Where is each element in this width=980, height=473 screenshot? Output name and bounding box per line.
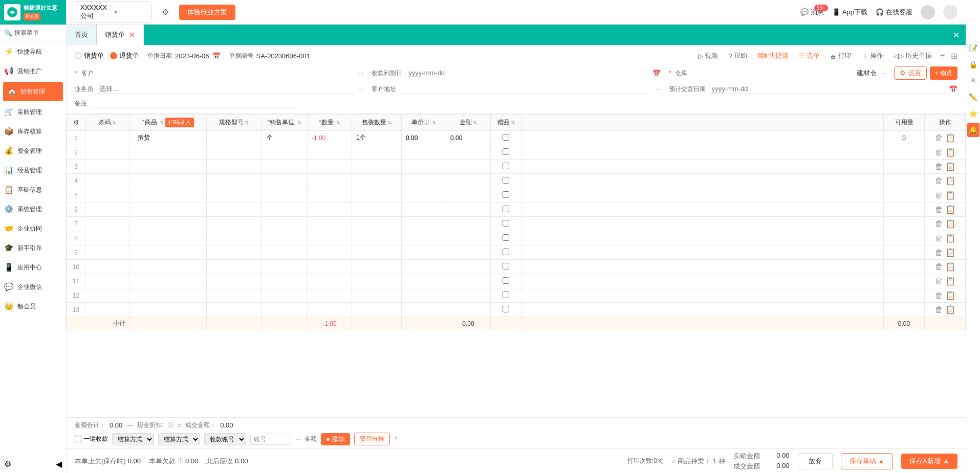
row-amount-4[interactable]	[446, 174, 491, 188]
row-unit-10[interactable]	[262, 260, 308, 274]
row-spec-2[interactable]	[207, 145, 262, 160]
salesperson-input[interactable]	[97, 84, 354, 94]
copy-row-icon[interactable]: 📋	[945, 262, 955, 272]
close-window-icon[interactable]: ✕	[953, 30, 966, 40]
row-qty-8[interactable]	[308, 231, 352, 245]
row-price-13[interactable]	[402, 303, 446, 317]
delete-row-icon[interactable]: 🗑	[935, 276, 943, 286]
radio-sales-order[interactable]: 销货单	[75, 51, 104, 60]
row-unit-4[interactable]	[262, 174, 308, 188]
sidebar-item-marketing[interactable]: 📢 营销推广	[0, 61, 66, 81]
row-amount-10[interactable]	[446, 260, 491, 274]
row-barcode-2[interactable]	[85, 145, 130, 160]
delete-row-icon[interactable]: 🗑	[935, 190, 943, 200]
row-qty-2[interactable]	[308, 145, 352, 160]
row-amount-2[interactable]	[446, 145, 491, 160]
copy-row-icon[interactable]: 📋	[945, 147, 955, 157]
row-qty-5[interactable]	[308, 188, 352, 202]
row-barcode-12[interactable]	[85, 288, 130, 303]
row-product-3[interactable]	[130, 160, 207, 174]
operation-tool[interactable]: ⋮ 操作	[860, 50, 885, 61]
message-button[interactable]: 💬 消息 99+	[800, 8, 824, 17]
print-tool[interactable]: 🖨 打印	[828, 50, 854, 61]
payment-due-input[interactable]	[406, 68, 648, 78]
right-btn-note[interactable]: 📝	[967, 41, 979, 55]
row-unit-8[interactable]	[262, 231, 308, 245]
row-barcode-13[interactable]	[85, 303, 130, 317]
row-pkg-qty-5[interactable]	[352, 188, 402, 202]
sidebar-item-purchase[interactable]: 🛒 采购管理	[0, 102, 66, 122]
row-pkg-qty-4[interactable]	[352, 174, 402, 188]
sidebar-item-inventory[interactable]: 📦 库存核算	[0, 122, 66, 141]
delete-row-icon[interactable]: 🗑	[935, 133, 943, 143]
row-qty-6[interactable]	[308, 202, 352, 217]
row-qty-4[interactable]	[308, 174, 352, 188]
row-gift-7[interactable]	[491, 217, 521, 231]
address-ellipsis[interactable]: ···	[656, 85, 661, 93]
row-amount-11[interactable]	[446, 274, 491, 288]
row-pkg-qty-2[interactable]	[352, 145, 402, 160]
right-btn-edit[interactable]: ✏️	[967, 90, 979, 104]
right-btn-star[interactable]: ⭐	[967, 106, 979, 121]
copy-row-icon[interactable]: 📋	[945, 219, 955, 229]
row-barcode-10[interactable]	[85, 260, 130, 274]
right-btn-active[interactable]: 🔔	[967, 123, 979, 137]
row-product-8[interactable]	[130, 231, 207, 245]
row-pkg-qty-13[interactable]	[352, 303, 402, 317]
row-spec-6[interactable]	[207, 202, 262, 217]
column-settings-icon[interactable]: ⚙	[73, 119, 79, 126]
sidebar-item-capital[interactable]: 💰 资金管理	[0, 141, 66, 161]
search-menu[interactable]: 🔍 搜索菜单	[0, 25, 66, 42]
row-price-3[interactable]	[402, 160, 446, 174]
calendar-delivery-icon[interactable]: 📅	[949, 85, 957, 93]
settings-button[interactable]: ⚙ 设置	[894, 66, 926, 80]
row-barcode-7[interactable]	[85, 217, 130, 231]
tab-sales-order[interactable]: 销货单 ✕	[97, 25, 144, 45]
row-gift-3[interactable]	[491, 160, 521, 174]
row-spec-11[interactable]	[207, 274, 262, 288]
row-barcode-4[interactable]	[85, 174, 130, 188]
warehouse-input[interactable]	[691, 68, 853, 78]
copy-row-icon[interactable]: 📋	[945, 290, 955, 300]
delete-row-icon[interactable]: 🗑	[935, 233, 943, 243]
row-qty-3[interactable]	[308, 160, 352, 174]
company-selector[interactable]: XXXXXX公司 ▾	[75, 1, 151, 23]
warehouse-ellipsis[interactable]: ···	[881, 70, 886, 77]
sidebar-item-wechat[interactable]: 💬 企业微信	[0, 277, 66, 297]
delete-row-icon[interactable]: 🗑	[935, 147, 943, 157]
row-amount-3[interactable]	[446, 160, 491, 174]
row-spec-7[interactable]	[207, 217, 262, 231]
row-price-8[interactable]	[402, 231, 446, 245]
copy-row-icon[interactable]: 📋	[945, 305, 955, 314]
sidebar-item-quick-nav[interactable]: ⚡ 快捷导航	[0, 42, 66, 61]
row-product-5[interactable]	[130, 188, 207, 202]
account-ellipsis[interactable]: ···	[295, 436, 300, 443]
scan-button[interactable]: 扫码录入	[165, 118, 194, 127]
row-spec-4[interactable]	[207, 174, 262, 188]
row-product-11[interactable]	[130, 274, 207, 288]
sort-amount-icon[interactable]: ⇅	[473, 120, 477, 125]
shortcut-tool[interactable]: ⌨ 快捷键	[755, 50, 791, 61]
row-spec-5[interactable]	[207, 188, 262, 202]
sidebar-item-apps[interactable]: 📱 应用中心	[0, 258, 66, 277]
row-gift-5[interactable]	[491, 188, 521, 202]
copy-row-icon[interactable]: 📋	[945, 205, 955, 214]
save-draft-button[interactable]: 保存草稿 ▲	[841, 453, 894, 469]
delete-row-icon[interactable]: 🗑	[935, 247, 943, 257]
row-qty-12[interactable]	[308, 288, 352, 303]
row-barcode-1[interactable]	[85, 131, 130, 145]
row-unit-6[interactable]	[262, 202, 308, 217]
sort-pkg-icon[interactable]: ⇅	[387, 120, 391, 125]
row-pkg-qty-10[interactable]	[352, 260, 402, 274]
payment-method-select[interactable]: 结算方式	[112, 433, 154, 445]
logistics-button[interactable]: + 物流	[930, 66, 957, 80]
row-amount-9[interactable]	[446, 245, 491, 260]
sort-gift-icon[interactable]: ⇅	[511, 120, 515, 125]
row-spec-13[interactable]	[207, 303, 262, 317]
copy-row-icon[interactable]: 📋	[945, 233, 955, 243]
row-pkg-qty-12[interactable]	[352, 288, 402, 303]
copy-row-icon[interactable]: 📋	[945, 276, 955, 286]
row-unit-9[interactable]	[262, 245, 308, 260]
delete-row-icon[interactable]: 🗑	[935, 290, 943, 300]
select-tool[interactable]: ☰ 选单	[797, 50, 822, 61]
